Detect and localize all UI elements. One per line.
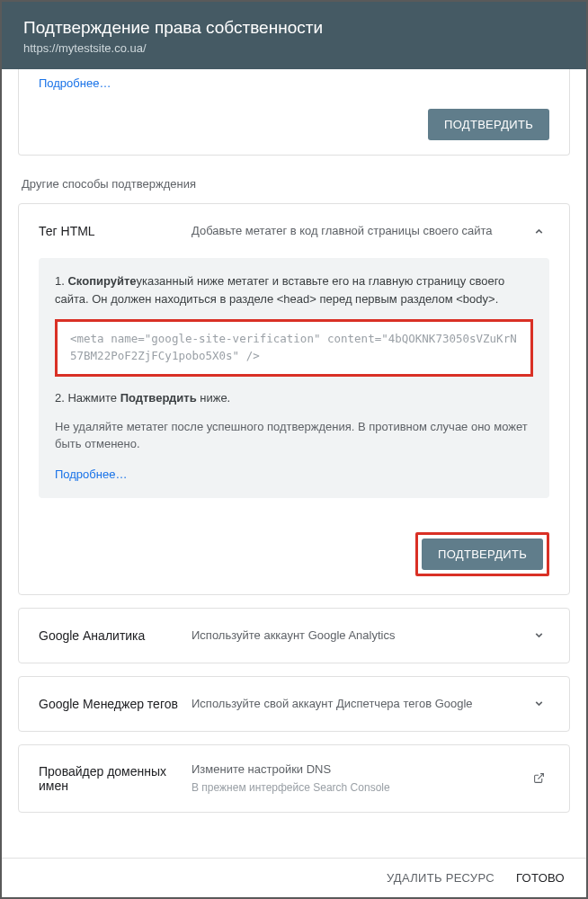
method-title: Google Аналитика bbox=[39, 628, 192, 643]
warning-note: Не удаляйте метатег после успешного подт… bbox=[55, 418, 533, 453]
modal-subtitle: https://mytestsite.co.ua/ bbox=[23, 41, 565, 55]
method-header-html-tag[interactable]: Тег HTML Добавьте метатег в код главной … bbox=[19, 204, 569, 258]
method-header-dns[interactable]: Провайдер доменных имен Измените настрой… bbox=[19, 745, 569, 812]
confirm-button[interactable]: ПОДТВЕРДИТЬ bbox=[428, 109, 549, 140]
svg-line-0 bbox=[538, 774, 543, 779]
method-dns: Провайдер доменных имен Измените настрой… bbox=[18, 744, 570, 813]
method-desc: Используйте аккаунт Google Analytics bbox=[192, 628, 528, 644]
highlight-box: ПОДТВЕРДИТЬ bbox=[415, 532, 549, 576]
chevron-up-icon bbox=[528, 220, 549, 242]
method-title: Google Менеджер тегов bbox=[39, 697, 192, 711]
primary-method-card: Подробнее… ПОДТВЕРДИТЬ bbox=[18, 69, 570, 156]
method-header-analytics[interactable]: Google Аналитика Используйте аккаунт Goo… bbox=[19, 609, 569, 663]
method-html-tag: Тег HTML Добавьте метатег в код главной … bbox=[18, 203, 570, 595]
modal-title: Подтверждение права собственности bbox=[23, 18, 565, 38]
modal-header: Подтверждение права собственности https:… bbox=[2, 2, 586, 69]
method-analytics: Google Аналитика Используйте аккаунт Goo… bbox=[18, 608, 570, 663]
step2-text: 2. Нажмите Подтвердить ниже. bbox=[55, 389, 533, 407]
method-title: Провайдер доменных имен bbox=[39, 764, 192, 793]
confirm-button[interactable]: ПОДТВЕРДИТЬ bbox=[422, 539, 543, 570]
verification-modal: Подтверждение права собственности https:… bbox=[2, 2, 586, 897]
scroll-area[interactable]: Подробнее… ПОДТВЕРДИТЬ Другие способы по… bbox=[2, 69, 586, 858]
remove-resource-button[interactable]: УДАЛИТЬ РЕСУРС bbox=[387, 871, 494, 885]
method-tag-manager: Google Менеджер тегов Используйте свой а… bbox=[18, 676, 570, 732]
method-desc: Добавьте метатег в код главной страницы … bbox=[192, 223, 528, 239]
chevron-down-icon bbox=[528, 693, 549, 715]
chevron-down-icon bbox=[528, 625, 549, 646]
other-methods-label: Другие способы подтверждения bbox=[22, 177, 570, 191]
method-desc: Измените настройки DNS В прежнем интерфе… bbox=[192, 761, 528, 796]
method-header-tag-manager[interactable]: Google Менеджер тегов Используйте свой а… bbox=[19, 677, 569, 731]
modal-footer: УДАЛИТЬ РЕСУРС ГОТОВО bbox=[2, 858, 586, 897]
more-link[interactable]: Подробнее… bbox=[19, 69, 130, 90]
method-desc: Используйте свой аккаунт Диспетчера тего… bbox=[192, 696, 528, 712]
done-button[interactable]: ГОТОВО bbox=[516, 871, 565, 885]
method-title: Тег HTML bbox=[39, 224, 192, 238]
step1-text: 1. Скопируйтеуказанный ниже метатег и вс… bbox=[55, 272, 533, 308]
more-link[interactable]: Подробнее… bbox=[55, 467, 127, 481]
external-link-icon bbox=[528, 768, 549, 789]
meta-tag-code[interactable]: <meta name="google-site-verification" co… bbox=[55, 319, 533, 377]
method-body-html-tag: 1. Скопируйтеуказанный ниже метатег и вс… bbox=[39, 258, 549, 498]
